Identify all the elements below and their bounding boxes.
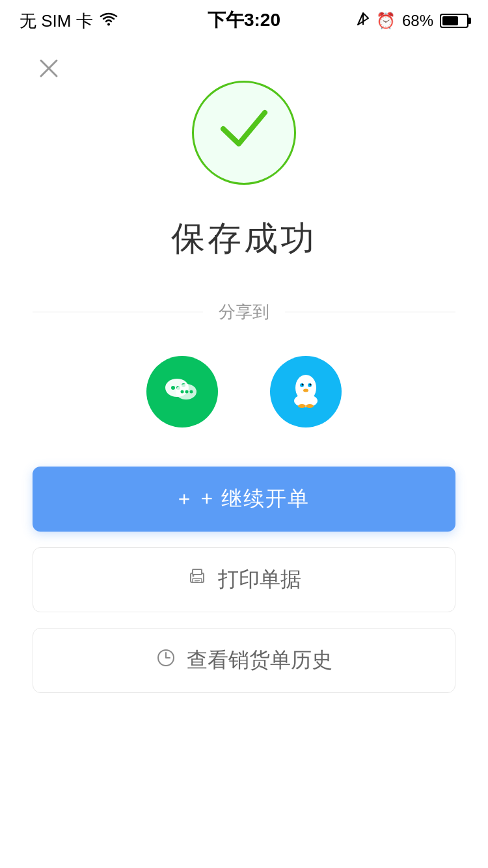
svg-point-0 <box>107 23 110 25</box>
history-icon <box>156 647 176 673</box>
success-circle <box>192 81 296 185</box>
checkmark-icon <box>218 106 270 160</box>
svg-rect-22 <box>193 569 202 575</box>
svg-point-17 <box>310 384 312 386</box>
print-label: 打印单据 <box>218 565 301 594</box>
close-button[interactable] <box>33 52 65 85</box>
share-icons-container <box>0 356 488 427</box>
svg-point-16 <box>302 384 304 386</box>
share-section: 分享到 <box>0 301 488 427</box>
close-icon <box>37 57 61 80</box>
carrier-text: 无 SIM 卡 <box>20 10 93 33</box>
svg-point-11 <box>190 390 193 394</box>
status-left: 无 SIM 卡 <box>20 10 118 33</box>
wechat-share-button[interactable] <box>146 356 218 427</box>
status-right: ⏰ 68% <box>357 12 468 30</box>
share-divider: 分享到 <box>0 301 488 323</box>
share-label: 分享到 <box>203 301 285 323</box>
main-content: 保存成功 分享到 <box>0 42 488 693</box>
divider-line-right <box>285 312 455 312</box>
svg-point-20 <box>306 404 314 408</box>
svg-point-26 <box>193 575 195 577</box>
continue-button[interactable]: + + 继续开单 <box>33 467 455 532</box>
svg-point-18 <box>303 389 308 392</box>
wifi-icon <box>100 11 118 31</box>
alarm-icon: ⏰ <box>376 12 396 30</box>
battery-percent: 68% <box>402 12 433 30</box>
svg-point-13 <box>294 394 318 407</box>
print-button[interactable]: 打印单据 <box>33 547 455 612</box>
battery-indicator <box>440 14 468 28</box>
qq-share-button[interactable] <box>270 356 342 427</box>
status-time: 下午3:20 <box>208 8 280 33</box>
success-title: 保存成功 <box>171 216 317 262</box>
history-label: 查看销货单历史 <box>187 646 332 675</box>
svg-point-5 <box>171 386 175 390</box>
svg-point-10 <box>185 390 189 394</box>
status-bar: 无 SIM 卡 下午3:20 ⏰ 68% <box>0 0 488 42</box>
location-icon <box>357 12 370 30</box>
svg-point-19 <box>298 404 306 408</box>
divider-line-left <box>33 312 203 312</box>
continue-icon: + <box>178 487 191 511</box>
action-buttons: + + 继续开单 打印单据 <box>0 467 488 693</box>
print-icon <box>187 567 208 593</box>
history-button[interactable]: 查看销货单历史 <box>33 628 455 693</box>
continue-label: + 继续开单 <box>201 485 310 513</box>
svg-point-9 <box>181 390 184 394</box>
